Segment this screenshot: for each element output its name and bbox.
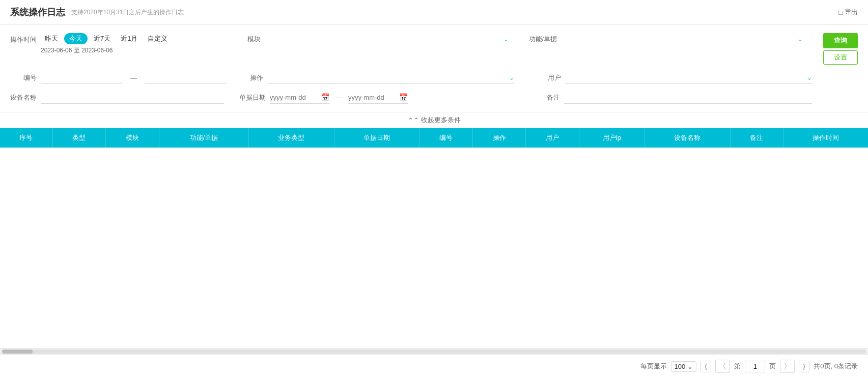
date-separator: — — [335, 94, 342, 101]
col-header-device: 设备名称 — [645, 128, 730, 148]
operation-dropdown-arrow: ⌄ — [509, 74, 514, 81]
calendar-from-icon[interactable]: 📅 — [321, 93, 329, 101]
page-size-select[interactable]: 100 ⌄ — [671, 361, 697, 372]
calendar-to-icon[interactable]: 📅 — [399, 93, 408, 101]
date-from-input[interactable] — [270, 94, 321, 101]
time-btn-today[interactable]: 今天 — [64, 33, 88, 44]
col-header-index: 序号 — [0, 128, 52, 148]
col-header-operation: 操作 — [472, 128, 525, 148]
module-dropdown[interactable]: ⌄ — [265, 33, 509, 45]
page-size-arrow: ⌄ — [687, 363, 693, 370]
remark-input[interactable] — [564, 94, 813, 101]
device-input[interactable] — [41, 94, 224, 101]
collapse-label: 收起更多条件 — [421, 115, 461, 125]
export-button[interactable]: □ 导出 — [838, 8, 858, 17]
number-from-input[interactable] — [41, 74, 122, 81]
col-header-op-time: 操作时间 — [783, 128, 868, 148]
date-from-wrap: 📅 — [270, 91, 329, 104]
user-dropdown[interactable]: ⌄ — [565, 72, 812, 84]
col-header-user-ip: 用户ip — [579, 128, 645, 148]
col-header-function: 功能/单据 — [159, 128, 248, 148]
module-dropdown-arrow: ⌄ — [503, 36, 509, 43]
empty-table-area — [0, 148, 868, 326]
time-btn-7days[interactable]: 近7天 — [90, 33, 115, 44]
date-to-input[interactable] — [348, 94, 399, 101]
operation-input[interactable] — [267, 74, 507, 81]
device-input-wrap — [41, 92, 224, 104]
function-input[interactable] — [561, 35, 796, 43]
function-dropdown[interactable]: ⌄ — [561, 33, 803, 45]
col-header-number: 编号 — [419, 128, 472, 148]
col-header-biz-type: 业务类型 — [249, 128, 334, 148]
time-filter-label: 操作时间 — [10, 33, 41, 44]
voucher-date-label: 单据日期 — [234, 93, 270, 102]
total-info: 共0页, 0条记录 — [814, 362, 858, 371]
pagination-bar: 每页显示 100 ⌄ ⟨ 〈 第 页 〉 ⟩ 共0页, 0条记录 — [0, 354, 868, 378]
collapse-button[interactable]: ⌃⌃ 收起更多条件 — [408, 115, 461, 125]
date-to-wrap: 📅 — [348, 91, 408, 104]
settings-button[interactable]: 设置 — [823, 50, 858, 65]
function-dropdown-arrow: ⌄ — [798, 36, 803, 43]
col-header-remark: 备注 — [730, 128, 783, 148]
operation-label: 操作 — [237, 73, 267, 82]
page-subtitle: 支持2020年10月31日之后产生的操作日志 — [71, 8, 184, 17]
user-input[interactable] — [565, 74, 805, 81]
col-header-module: 模块 — [106, 128, 159, 148]
first-page-button[interactable]: ⟨ — [701, 361, 711, 372]
col-header-user: 用户 — [526, 128, 579, 148]
action-buttons-area: 查询 设置 — [823, 33, 858, 65]
prev-page-button[interactable]: 〈 — [715, 360, 730, 373]
last-page-button[interactable]: ⟩ — [799, 361, 809, 372]
function-label: 功能/单据 — [529, 35, 562, 44]
number-separator: — — [130, 74, 137, 82]
remark-input-wrap — [564, 92, 813, 104]
module-input[interactable] — [265, 35, 501, 43]
date-range-group: 📅 — 📅 — [270, 91, 408, 104]
col-header-voucher-date: 单据日期 — [334, 128, 419, 148]
time-btn-custom[interactable]: 自定义 — [144, 33, 172, 44]
page-unit: 页 — [769, 362, 776, 371]
next-page-button[interactable]: 〉 — [780, 360, 795, 373]
export-label: 导出 — [845, 8, 858, 17]
remark-label: 备注 — [534, 93, 564, 102]
query-button[interactable]: 查询 — [823, 33, 858, 48]
page-number-input[interactable] — [745, 361, 765, 372]
horizontal-scrollbar[interactable] — [0, 348, 868, 354]
number-from-input-wrap — [41, 72, 122, 84]
device-label: 设备名称 — [10, 93, 41, 102]
scrollbar-track — [2, 350, 866, 354]
number-label: 编号 — [10, 73, 41, 82]
export-icon: □ — [838, 9, 843, 16]
time-range-display: 2023-06-06 至 2023-06-06 — [41, 46, 172, 55]
time-btn-yesterday[interactable]: 昨天 — [41, 33, 62, 44]
module-label: 模块 — [234, 35, 265, 44]
operation-dropdown[interactable]: ⌄ — [267, 72, 514, 84]
user-dropdown-arrow: ⌄ — [807, 74, 812, 81]
page-title: 系统操作日志 — [10, 6, 65, 18]
page-size-value: 100 — [675, 363, 686, 370]
data-table: 序号 类型 模块 功能/单据 业务类型 单据日期 编号 操作 用户 用户ip 设… — [0, 128, 868, 326]
time-btn-1month[interactable]: 近1月 — [117, 33, 142, 44]
number-to-input-wrap — [145, 72, 227, 84]
scrollbar-thumb[interactable] — [2, 350, 33, 354]
per-page-label: 每页显示 — [640, 362, 667, 371]
table-header-row: 序号 类型 模块 功能/单据 业务类型 单据日期 编号 操作 用户 用户ip 设… — [0, 128, 868, 148]
table-container: 序号 类型 模块 功能/单据 业务类型 单据日期 编号 操作 用户 用户ip 设… — [0, 128, 868, 348]
user-label: 用户 — [535, 73, 565, 82]
number-to-input[interactable] — [145, 74, 227, 81]
collapse-chevron-icon: ⌃⌃ — [408, 117, 419, 124]
col-header-type: 类型 — [52, 128, 105, 148]
collapse-bar[interactable]: ⌃⌃ 收起更多条件 — [0, 112, 868, 128]
page-label: 第 — [734, 362, 741, 371]
